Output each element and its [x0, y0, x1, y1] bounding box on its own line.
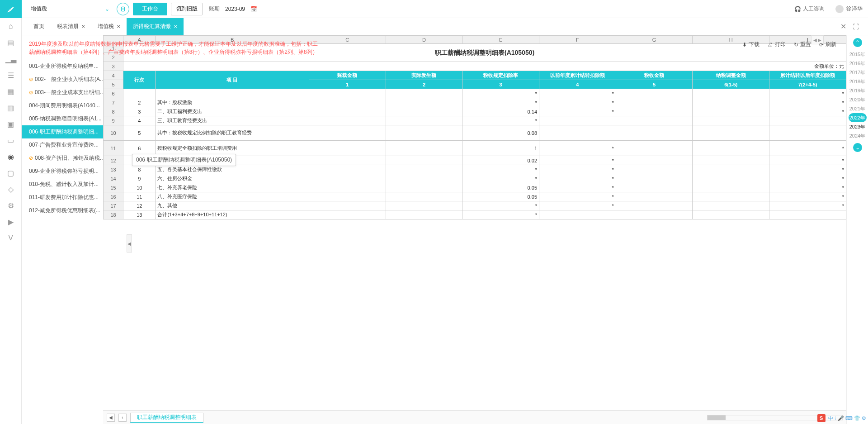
nav-calendar-icon[interactable]: ▭: [0, 132, 22, 148]
data-cell[interactable]: *: [539, 156, 616, 165]
data-cell[interactable]: [309, 183, 386, 192]
year-button[interactable]: 2021年: [849, 104, 867, 113]
data-cell[interactable]: *: [769, 141, 846, 156]
cell[interactable]: [156, 89, 309, 98]
cell[interactable]: *: [462, 89, 539, 98]
data-cell[interactable]: [616, 210, 693, 219]
data-cell[interactable]: [539, 116, 616, 125]
workbench-button[interactable]: 工作台: [133, 3, 167, 15]
year-button[interactable]: 2020年: [849, 95, 867, 104]
form-list-item[interactable]: 011-研发费用加计扣除优惠...: [22, 191, 103, 204]
row-number[interactable]: 8: [104, 107, 123, 116]
form-list-item[interactable]: 010-免税、减计收入及加计...: [22, 178, 103, 191]
data-cell[interactable]: [693, 116, 769, 125]
data-cell[interactable]: [769, 210, 846, 219]
data-cell[interactable]: *: [769, 98, 846, 107]
data-cell[interactable]: [386, 156, 462, 165]
data-cell[interactable]: [309, 210, 386, 219]
data-cell[interactable]: [386, 107, 462, 116]
data-cell[interactable]: [693, 192, 769, 201]
data-cell[interactable]: [386, 210, 462, 219]
nav-module-icon[interactable]: ▤: [0, 34, 22, 51]
row-number[interactable]: 4: [104, 71, 123, 80]
data-cell[interactable]: [386, 165, 462, 174]
download-button[interactable]: ⬇下载: [742, 41, 760, 48]
nav-stamp-icon[interactable]: ▣: [0, 116, 22, 132]
item-cell[interactable]: 三、职工教育经费支出: [156, 116, 309, 125]
data-cell[interactable]: [616, 141, 693, 156]
data-cell[interactable]: [386, 125, 462, 141]
data-cell[interactable]: *: [539, 165, 616, 174]
item-cell[interactable]: 合计(1+3+4+7+8+9+10+11+12): [156, 210, 309, 219]
data-cell[interactable]: *: [769, 107, 846, 116]
scroll-down-icon[interactable]: ⌄: [853, 143, 862, 152]
consult-link[interactable]: 🎧 人工咨询: [794, 5, 825, 13]
cell[interactable]: *: [769, 89, 846, 98]
nav-chart-icon[interactable]: ▁▃: [0, 51, 22, 67]
data-cell[interactable]: [616, 156, 693, 165]
data-cell[interactable]: *: [462, 165, 539, 174]
form-list-item[interactable]: 004-期间费用明细表(A1040...: [22, 99, 103, 112]
data-cell[interactable]: *: [539, 192, 616, 201]
data-cell[interactable]: *: [769, 201, 846, 210]
cell[interactable]: [123, 89, 156, 98]
row-number[interactable]: 17: [104, 201, 123, 210]
nav-bag-icon[interactable]: ☰: [0, 67, 22, 83]
row-index-cell[interactable]: 2: [123, 98, 156, 107]
row-number[interactable]: 3: [104, 62, 123, 71]
data-cell[interactable]: *: [539, 174, 616, 183]
data-cell[interactable]: [386, 141, 462, 156]
row-number[interactable]: 16: [104, 192, 123, 201]
data-cell[interactable]: [386, 98, 462, 107]
scrollbar-thumb[interactable]: [708, 415, 726, 420]
data-cell[interactable]: [616, 183, 693, 192]
data-cell[interactable]: [616, 174, 693, 183]
row-index-cell[interactable]: 13: [123, 210, 156, 219]
close-icon[interactable]: ✕: [117, 24, 120, 29]
data-cell[interactable]: [616, 107, 693, 116]
data-cell[interactable]: [769, 125, 846, 141]
reset-button[interactable]: ↻重置: [794, 41, 811, 48]
nav-tax-icon[interactable]: ◉: [0, 148, 22, 165]
data-cell[interactable]: *: [539, 201, 616, 210]
data-cell[interactable]: *: [462, 116, 539, 125]
data-cell[interactable]: [386, 116, 462, 125]
data-cell[interactable]: *: [769, 174, 846, 183]
tab-income-tax[interactable]: 所得税汇算清缴✕: [127, 18, 184, 35]
data-cell[interactable]: *: [769, 183, 846, 192]
year-button[interactable]: 2016年: [849, 59, 867, 68]
close-all-icon[interactable]: ✕: [840, 22, 846, 31]
data-cell[interactable]: [386, 192, 462, 201]
form-list-item[interactable]: ⊘003-一般企业成本支出明细...: [22, 86, 103, 99]
row-number[interactable]: 14: [104, 174, 123, 183]
nav-video-icon[interactable]: ▶: [0, 214, 22, 230]
sheet-nav-prev[interactable]: ‹: [118, 414, 127, 422]
print-button[interactable]: 🖨打印: [768, 41, 786, 48]
data-cell[interactable]: *: [462, 174, 539, 183]
item-cell[interactable]: 八、补充医疗保险: [156, 192, 309, 201]
data-cell[interactable]: *: [769, 165, 846, 174]
data-cell[interactable]: *: [769, 156, 846, 165]
data-cell[interactable]: [693, 98, 769, 107]
row-number[interactable]: 6: [104, 89, 123, 98]
year-button[interactable]: 2017年: [849, 68, 867, 77]
nav-doc-icon[interactable]: ▦: [0, 83, 22, 100]
nav-v-icon[interactable]: V: [0, 230, 22, 246]
data-cell[interactable]: [693, 156, 769, 165]
data-cell[interactable]: 0.14: [462, 107, 539, 116]
data-cell[interactable]: 0.05: [462, 183, 539, 192]
expand-icon[interactable]: ⛶: [853, 23, 859, 30]
data-cell[interactable]: [539, 125, 616, 141]
data-cell[interactable]: 1: [462, 141, 539, 156]
data-cell[interactable]: [309, 98, 386, 107]
year-button[interactable]: 2022年: [849, 113, 867, 122]
row-number[interactable]: 9: [104, 116, 123, 125]
nav-archive-icon[interactable]: ▢: [0, 165, 22, 181]
data-cell[interactable]: [539, 210, 616, 219]
form-list-item[interactable]: 006-职工薪酬纳税调整明细...: [22, 125, 103, 138]
data-cell[interactable]: *: [539, 107, 616, 116]
cell[interactable]: [616, 89, 693, 98]
calendar-icon[interactable]: 📅: [250, 6, 257, 12]
data-cell[interactable]: [616, 192, 693, 201]
switch-old-button[interactable]: 切到旧版: [171, 3, 203, 15]
